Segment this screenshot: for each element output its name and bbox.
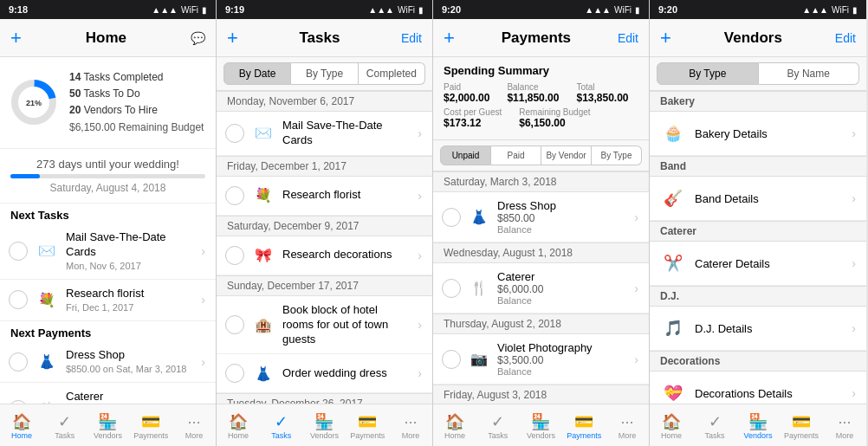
task-check[interactable] [225,124,244,143]
tab-item-home[interactable]: 🏠 Home [217,404,260,446]
payment-segment-by-vendor[interactable]: By Vendor [541,145,592,165]
chevron-icon: › [852,191,856,205]
tab-item-payments[interactable]: 💳 Payments [346,404,389,446]
edit-button[interactable]: Edit [618,31,638,45]
task-row[interactable]: 💐 Research florist › [217,177,432,216]
tab-icon-vendors: 🏪 [531,414,550,430]
payment-row[interactable]: 👗 Dress Shop $850.00 Balance › [433,192,649,242]
payment-check[interactable] [442,350,461,369]
vendor-row[interactable]: 🎵 D.J. Details › [650,307,866,351]
tab-item-vendors[interactable]: 🏪 Vendors [303,404,347,446]
task-check[interactable] [225,246,244,265]
payment-row[interactable]: 📷 Violet Photography $3,500.00 Balance › [433,334,649,385]
payment-check[interactable] [442,279,461,298]
tasks-scroll: Monday, November 6, 2017 ✉️ Mail Save-Th… [217,91,432,404]
check-circle[interactable] [9,352,28,372]
task-check[interactable] [225,364,244,383]
signal-icon: ▲▲▲ [368,5,394,15]
tab-label-tasks: Tasks [55,431,74,440]
list-item[interactable]: 💐 Research florist Fri, Dec 1, 2017 › [0,280,216,321]
battery-icon: ▮ [418,5,424,15]
tab-item-home[interactable]: 🏠 Home [433,404,476,446]
edit-button[interactable]: Edit [835,31,856,45]
tab-item-vendors[interactable]: 🏪 Vendors [736,404,780,446]
signal-icon: ▲▲▲ [585,5,611,15]
tab-icon-home: 🏠 [229,414,248,430]
task-icon: 👗 [251,361,275,385]
vendor-segment-by-name[interactable]: By Name [759,62,860,85]
payment-status: Balance [497,224,627,235]
tab-icon-payments: 💳 [574,414,593,430]
vendor-row[interactable]: 🧁 Bakery Details › [650,112,866,156]
tab-icon-vendors: 🏪 [748,414,768,430]
vendor-name: D.J. Details [695,322,843,335]
wedding-countdown: 273 days until your wedding! Saturday, A… [0,149,216,204]
tab-item-vendors[interactable]: 🏪 Vendors [87,404,130,446]
vendor-segment-by-type[interactable]: By Type [657,62,759,85]
payment-segment-paid[interactable]: Paid [491,145,541,165]
status-time: 9:20 [658,4,677,15]
chevron-icon: › [634,352,638,366]
task-row[interactable]: 🎀 Research decorations › [217,236,432,275]
tab-label-payments: Payments [133,431,168,440]
tab-item-payments[interactable]: 💳 Payments [562,404,606,446]
segment-by-date[interactable]: By Date [223,62,291,85]
tasks-title: Tasks [299,29,340,47]
tasks-screen: 9:19 ▲▲▲ WiFi ▮ + Tasks Edit By DateBy T… [217,0,433,446]
edit-button[interactable]: Edit [401,31,422,45]
tab-item-more[interactable]: ··· More [172,404,216,446]
payment-check[interactable] [442,208,461,227]
payment-row[interactable]: 🍴 Caterer $6,000.00 Balance › [433,263,649,313]
add-button[interactable]: + [10,29,22,48]
add-payment-button[interactable]: + [444,29,455,48]
tab-item-more[interactable]: ··· More [389,404,432,446]
add-task-button[interactable]: + [227,29,238,48]
tab-item-home[interactable]: 🏠 Home [650,404,693,446]
tab-item-payments[interactable]: 💳 Payments [129,404,172,446]
payment-info: Violet Photography $3,500.00 Balance [497,341,627,377]
list-item[interactable]: 👗 Dress Shop $850.00 on Sat, Mar 3, 2018… [0,341,216,383]
tab-item-more[interactable]: ··· More [823,404,866,446]
list-item[interactable]: ✉️ Mail Save-The-Date Cards Mon, Nov 6, … [0,223,216,280]
tab-item-tasks[interactable]: ✓ Tasks [476,404,520,446]
vendor-row[interactable]: ✂️ Caterer Details › [650,242,866,286]
tab-item-vendors[interactable]: 🏪 Vendors [520,404,563,446]
task-check[interactable] [225,315,244,334]
check-circle[interactable] [9,242,28,261]
task-row[interactable]: ✉️ Mail Save-The-Date Cards › [217,112,432,156]
vendor-name: Bakery Details [695,127,843,140]
tab-item-tasks[interactable]: ✓ Tasks [260,404,303,446]
vendors-title: Vendors [724,29,782,47]
item-icon: 💐 [35,288,59,312]
check-circle[interactable] [9,290,28,309]
task-check[interactable] [225,186,244,205]
add-vendor-button[interactable]: + [660,29,671,48]
vendor-category-decorations: Decorations [650,351,866,372]
remaining-value: $6,150.00 [519,117,590,129]
tab-item-tasks[interactable]: ✓ Tasks [693,404,736,446]
wedding-date: Saturday, August 4, 2018 [10,182,205,194]
vendor-row[interactable]: 🎸 Band Details › [650,177,866,221]
vendor-name: Violet Photography [497,341,627,354]
cpg-label: Cost per Guest [444,107,502,117]
home-title: Home [86,29,126,47]
vendor-row[interactable]: 💝 Decorations Details › [650,372,866,404]
date-header: Friday, August 3, 2018 [433,385,649,404]
tab-icon-home: 🏠 [445,414,464,430]
task-row[interactable]: 👗 Order wedding dress › [217,354,432,393]
messages-icon[interactable]: 💬 [191,31,205,45]
payment-segment-unpaid[interactable]: Unpaid [440,145,491,165]
payments-segment: UnpaidPaidBy VendorBy Type [433,140,649,171]
segment-by-type[interactable]: By Type [291,62,358,85]
task-row[interactable]: 🏨 Book block of hotel rooms for out of t… [217,296,432,355]
tab-item-home[interactable]: 🏠 Home [0,404,43,446]
tab-bar: 🏠 Home ✓ Tasks 🏪 Vendors 💳 Payments ··· … [217,404,432,446]
list-item[interactable]: 🍴 Caterer $6,000.00 on Wed, Aug 1, 2018 … [0,383,216,404]
tab-item-more[interactable]: ··· More [606,404,649,446]
payment-icon: 📷 [468,348,490,371]
payment-segment-by-type[interactable]: By Type [592,145,642,165]
tab-item-tasks[interactable]: ✓ Tasks [43,404,87,446]
payment-icon: 👗 [468,206,490,229]
segment-completed[interactable]: Completed [359,62,425,85]
tab-item-payments[interactable]: 💳 Payments [780,404,823,446]
